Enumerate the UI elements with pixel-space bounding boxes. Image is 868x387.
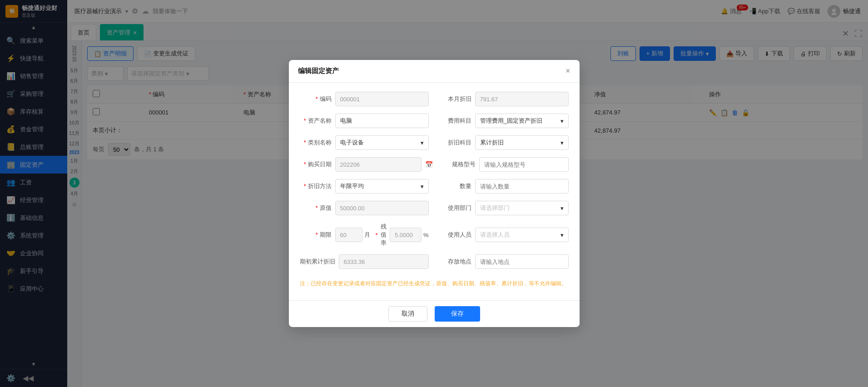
category-dropdown-arrow: ▾ <box>421 139 424 146</box>
dept-placeholder: 请选择部门 <box>480 204 510 212</box>
modal-row-7: 期限 document.querySelector('[data-name="p… <box>300 223 569 247</box>
period-input <box>335 228 362 242</box>
modal-row-1: 编码 document.querySelector('[data-name="c… <box>300 92 569 106</box>
expense-subject-arrow: ▾ <box>560 118 564 124</box>
field-quantity: 数量 <box>440 179 569 194</box>
field-expense-subject: 费用科目 管理费用_固定资产折旧 ▾ <box>440 114 569 128</box>
spec-label: 规格型号 <box>444 160 476 169</box>
period-unit: 月 <box>364 231 370 239</box>
residual-required: * <box>376 232 378 238</box>
modal-close-button[interactable]: × <box>565 66 570 76</box>
monthly-dep-input <box>475 92 569 106</box>
modal-footer: 取消 保存 <box>289 300 580 327</box>
field-user: 使用人员 请选择人员 ▾ <box>440 223 569 247</box>
code-input[interactable] <box>335 92 429 106</box>
quantity-label: 数量 <box>440 182 471 190</box>
dep-method-label: 折旧方法 <box>300 182 332 190</box>
original-value-input <box>335 201 429 215</box>
location-label: 存放地点 <box>440 258 471 266</box>
save-button[interactable]: 保存 <box>435 306 480 322</box>
dep-method-select[interactable]: 年限平均 ▾ <box>335 179 429 194</box>
modal-overlay: 编辑固定资产 × 编码 document.querySelector('[dat… <box>0 0 868 387</box>
residual-label: 残值率 <box>381 223 388 247</box>
period-dep-label: 期初累计折旧 <box>300 258 335 266</box>
modal-row-6: 原值 document.querySelector('[data-name="o… <box>300 201 569 215</box>
field-spec: 规格型号 <box>444 157 569 172</box>
field-category: 类别名称 电子设备 ▾ <box>300 135 429 150</box>
quantity-input[interactable] <box>475 179 569 194</box>
expense-subject-select[interactable]: 管理费用_固定资产折旧 ▾ <box>475 114 569 128</box>
residual-input <box>390 228 422 242</box>
modal-row-3: 类别名称 电子设备 ▾ 折旧科目 累计折旧 ▾ <box>300 135 569 150</box>
period-label: 期限 <box>300 231 332 239</box>
dep-subject-arrow: ▾ <box>560 139 564 146</box>
modal-row-5: 折旧方法 年限平均 ▾ 数量 <box>300 179 569 194</box>
dep-subject-select[interactable]: 累计折旧 ▾ <box>475 135 569 150</box>
modal-row-8: 期初累计折旧 document.querySelector('[data-nam… <box>300 254 569 269</box>
user-label: 使用人员 <box>440 231 471 239</box>
modal-title: 编辑固定资产 <box>298 67 339 75</box>
modal-note: 注：已经存在变更记录或者对应固定资产已经生成凭证，原值、购买日期、残值率、累计折… <box>300 276 569 291</box>
category-select[interactable]: 电子设备 ▾ <box>335 135 429 150</box>
modal-body: 编码 document.querySelector('[data-name="c… <box>289 83 580 300</box>
user-placeholder: 请选择人员 <box>480 231 510 239</box>
field-purchase-date: 购买日期 document.querySelector('[data-name=… <box>300 157 433 172</box>
name-label: 资产名称 <box>300 117 332 125</box>
expense-subject-value: 管理费用_固定资产折旧 <box>480 117 542 125</box>
modal-row-2: 资产名称 document.querySelector('[data-name=… <box>300 114 569 128</box>
field-period-dep: 期初累计折旧 document.querySelector('[data-nam… <box>300 254 429 269</box>
field-dept: 使用部门 请选择部门 ▾ <box>440 201 569 215</box>
field-code: 编码 document.querySelector('[data-name="c… <box>300 92 429 106</box>
dep-method-arrow: ▾ <box>421 183 424 190</box>
purchase-date-input <box>335 157 422 172</box>
modal-row-4: 购买日期 document.querySelector('[data-name=… <box>300 157 569 172</box>
field-dep-method: 折旧方法 年限平均 ▾ <box>300 179 429 194</box>
field-dep-subject: 折旧科目 累计折旧 ▾ <box>440 135 569 150</box>
dept-label: 使用部门 <box>440 204 471 212</box>
expense-subject-label: 费用科目 <box>440 117 471 125</box>
field-location: 存放地点 <box>440 254 569 269</box>
dept-arrow: ▾ <box>560 205 564 212</box>
residual-unit: % <box>423 232 429 238</box>
modal-header: 编辑固定资产 × <box>289 60 580 83</box>
asset-name-input[interactable] <box>335 114 429 128</box>
edit-asset-modal: 编辑固定资产 × 编码 document.querySelector('[dat… <box>289 60 580 327</box>
field-asset-name: 资产名称 document.querySelector('[data-name=… <box>300 114 429 128</box>
user-arrow: ▾ <box>560 232 564 238</box>
period-input-group: document.querySelector('[data-name="peri… <box>335 223 429 247</box>
original-value-label: 原值 <box>300 204 332 212</box>
cancel-button[interactable]: 取消 <box>388 306 427 322</box>
code-label: 编码 <box>300 95 332 103</box>
dep-method-value: 年限平均 <box>340 182 364 190</box>
dep-subject-label: 折旧科目 <box>440 139 471 147</box>
field-original-value: 原值 document.querySelector('[data-name="o… <box>300 201 429 215</box>
calendar-icon[interactable]: 📅 <box>425 161 433 168</box>
category-value: 电子设备 <box>340 139 364 147</box>
dep-subject-value: 累计折旧 <box>480 139 504 147</box>
purchase-date-label: 购买日期 <box>300 160 332 169</box>
field-monthly-dep: 本月折旧 document.querySelector('[data-name=… <box>440 92 569 106</box>
period-dep-input <box>339 254 429 269</box>
monthly-dep-label: 本月折旧 <box>440 95 471 103</box>
location-input[interactable] <box>475 254 569 269</box>
user-select[interactable]: 请选择人员 ▾ <box>475 228 569 242</box>
dept-select[interactable]: 请选择部门 ▾ <box>475 201 569 215</box>
spec-input[interactable] <box>479 157 569 172</box>
field-period-residual: 期限 document.querySelector('[data-name="p… <box>300 223 429 247</box>
category-label: 类别名称 <box>300 139 332 147</box>
